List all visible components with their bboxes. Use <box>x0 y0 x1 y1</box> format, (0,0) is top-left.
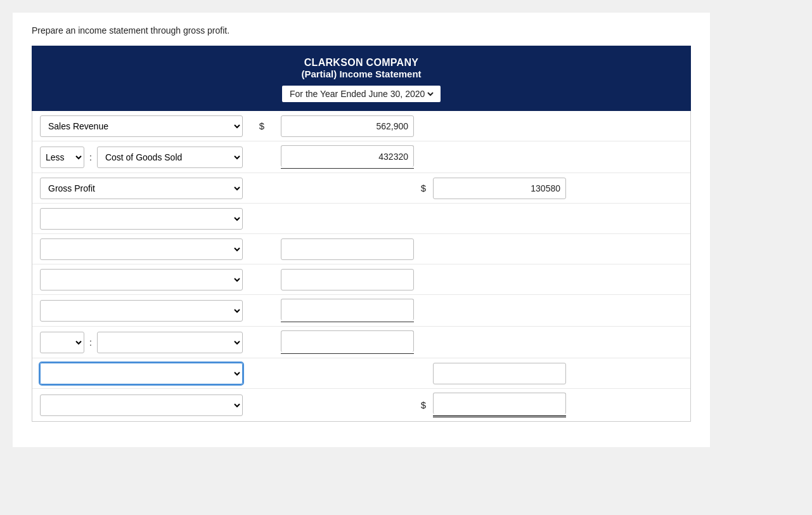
amount1-col-empty2[interactable] <box>281 238 414 260</box>
empty2-select[interactable] <box>40 238 243 260</box>
row-cogs: Less : Cost of Goods Sold <box>32 141 690 173</box>
amount2-col-gp[interactable] <box>433 178 566 199</box>
less2-input[interactable] <box>281 330 414 352</box>
label-col-empty1[interactable] <box>40 208 243 230</box>
cogs-select[interactable]: Cost of Goods Sold <box>97 147 243 168</box>
last-select[interactable] <box>40 394 243 416</box>
label-col-empty4[interactable] <box>40 300 243 322</box>
date-select[interactable]: For the Year Ended June 30, 2020 <box>287 88 435 100</box>
amount1-col-less2[interactable] <box>281 330 414 354</box>
instruction-text: Prepare an income statement through gros… <box>32 25 691 36</box>
right-empty-input[interactable] <box>433 363 566 384</box>
sales-revenue-input[interactable] <box>281 115 414 137</box>
label-col-sales[interactable]: Sales Revenue <box>40 115 243 137</box>
statement-header: CLARKSON COMPANY (Partial) Income Statem… <box>32 46 691 111</box>
colon-label: : <box>88 152 93 162</box>
page-container: Prepare an income statement through gros… <box>13 13 710 447</box>
label-col-last[interactable] <box>40 394 243 416</box>
row-empty4 <box>32 295 690 327</box>
amount2-col-right-empty[interactable] <box>433 363 566 384</box>
gross-profit-input[interactable] <box>433 178 566 199</box>
sales-revenue-select[interactable]: Sales Revenue <box>40 115 243 137</box>
less2-right-select[interactable] <box>97 332 243 353</box>
label-col-empty3[interactable] <box>40 269 243 290</box>
amount1-col-cogs[interactable] <box>281 145 414 169</box>
less-select[interactable]: Less <box>40 147 84 168</box>
amount2-col-last[interactable] <box>433 393 566 417</box>
empty3-select[interactable] <box>40 269 243 290</box>
amount1-col-empty4[interactable] <box>281 299 414 322</box>
focused-select[interactable] <box>40 363 243 384</box>
row-gross-profit: Gross Profit $ <box>32 173 690 204</box>
colon2-label: : <box>88 337 93 348</box>
company-name: CLARKSON COMPANY <box>44 57 678 68</box>
amount1-col-empty3[interactable] <box>281 269 414 290</box>
empty2-input[interactable] <box>281 238 414 260</box>
gross-profit-select[interactable]: Gross Profit <box>40 178 243 199</box>
dollar-mid-sales: $ <box>243 121 281 131</box>
label-col-empty2[interactable] <box>40 238 243 260</box>
empty3-input[interactable] <box>281 269 414 290</box>
row-empty2 <box>32 234 690 264</box>
row-empty1 <box>32 204 690 234</box>
last-amount-input[interactable] <box>433 393 566 414</box>
label-col-less2[interactable]: : <box>40 332 243 353</box>
empty4-input[interactable] <box>281 299 414 320</box>
label-col-gp[interactable]: Gross Profit <box>40 178 243 199</box>
statement-body: Sales Revenue $ Less : Cos <box>32 111 691 422</box>
dollar2-gp: $ <box>414 183 433 193</box>
date-select-wrapper[interactable]: For the Year Ended June 30, 2020 <box>282 86 441 102</box>
label-col-focused[interactable] <box>40 363 243 384</box>
row-empty3 <box>32 264 690 295</box>
less2-left-select[interactable] <box>40 332 84 353</box>
statement-title: (Partial) Income Statement <box>44 68 678 79</box>
row-focused <box>32 358 690 389</box>
row-less2: : <box>32 327 690 358</box>
dollar2-last: $ <box>414 400 433 410</box>
cogs-input[interactable] <box>281 145 414 167</box>
empty4-select[interactable] <box>40 300 243 322</box>
amount1-col-sales[interactable] <box>281 115 414 137</box>
row-last: $ <box>32 389 690 421</box>
row-sales-revenue: Sales Revenue $ <box>32 111 690 141</box>
label-col-cogs[interactable]: Less : Cost of Goods Sold <box>40 147 243 168</box>
empty1-select[interactable] <box>40 208 243 230</box>
